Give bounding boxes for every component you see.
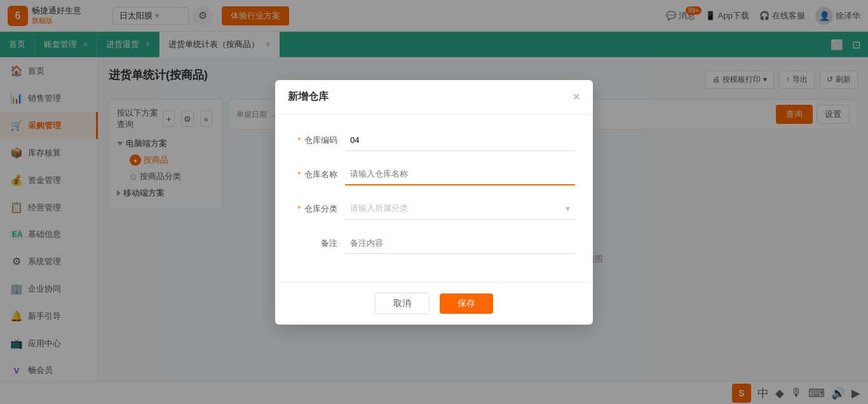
modal-title: 新增仓库	[288, 90, 329, 104]
modal-header: 新增仓库 ×	[275, 80, 593, 114]
modal-overlay: 新增仓库 × * 仓库编码 * 仓库名称	[0, 0, 868, 404]
name-input[interactable]	[345, 164, 575, 185]
remark-label: 备注	[293, 238, 337, 249]
code-required-star: *	[297, 135, 301, 145]
code-label: * 仓库编码	[293, 135, 337, 146]
new-warehouse-modal: 新增仓库 × * 仓库编码 * 仓库名称	[275, 80, 593, 325]
remark-input[interactable]	[345, 232, 575, 254]
save-button[interactable]: 保存	[440, 293, 493, 314]
category-label: * 仓库分类	[293, 203, 337, 215]
name-label: * 仓库名称	[293, 169, 337, 180]
category-placeholder: 请输入所属分类	[350, 203, 408, 214]
name-field-row: * 仓库名称	[293, 164, 575, 185]
name-required-star: *	[297, 170, 301, 179]
category-field-row: * 仓库分类 请输入所属分类 ▾	[293, 198, 575, 220]
category-select[interactable]: 请输入所属分类 ▾	[345, 198, 575, 220]
category-required-star: *	[297, 204, 301, 213]
code-field-row: * 仓库编码	[293, 130, 575, 151]
modal-footer: 取消 保存	[275, 282, 593, 325]
code-input[interactable]	[345, 130, 575, 151]
remark-field-row: 备注	[293, 232, 575, 254]
select-arrow-icon: ▾	[566, 203, 570, 213]
modal-body: * 仓库编码 * 仓库名称 * 仓库分类 请输入所属	[275, 114, 593, 282]
cancel-button[interactable]: 取消	[375, 293, 430, 314]
modal-close-button[interactable]: ×	[573, 90, 580, 103]
